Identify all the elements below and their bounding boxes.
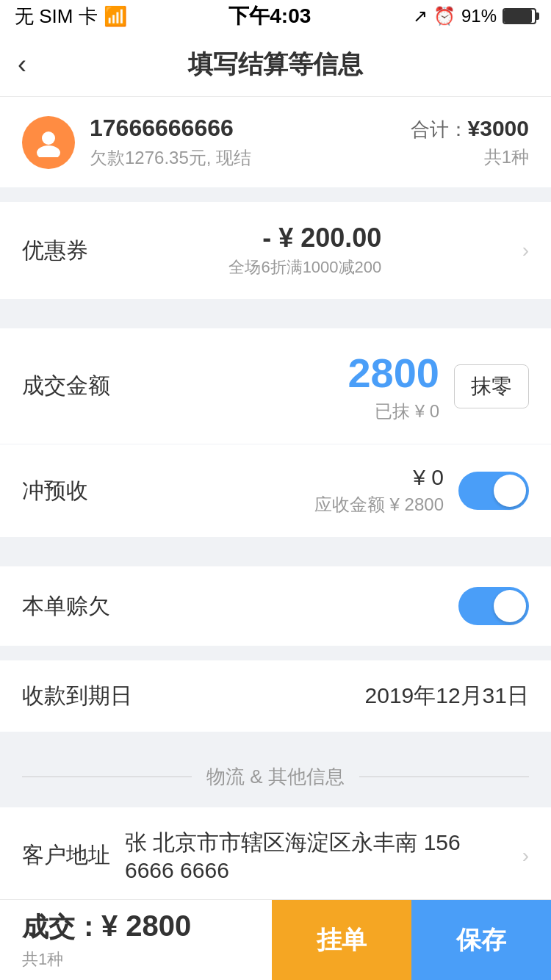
customer-row: 17666666666 欠款1276.35元, 现结 合计：¥3000 共1种: [0, 97, 551, 187]
address-chevron-icon: ›: [522, 844, 529, 868]
deal-amount-label: 成交金额: [22, 371, 110, 401]
form-section-duedate: 收款到期日 2019年12月31日: [0, 660, 551, 732]
deal-amount-sub: 已抹 ¥ 0: [347, 400, 439, 423]
due-date-label: 收款到期日: [22, 681, 132, 711]
logistics-section-label: 物流 & 其他信息: [206, 764, 345, 790]
alarm-icon: ⏰: [433, 6, 455, 26]
svg-point-0: [42, 131, 55, 145]
logistics-section-label-row: 物流 & 其他信息: [0, 746, 551, 807]
address-label: 客户地址: [22, 840, 110, 871]
bottom-count: 共1种: [22, 948, 250, 970]
due-date-value: 2019年12月31日: [365, 681, 529, 711]
deal-amount-right: 2800 已抹 ¥ 0 抹零: [347, 349, 529, 423]
due-date-row: 收款到期日 2019年12月31日: [0, 660, 551, 732]
hold-order-button[interactable]: 挂单: [272, 900, 411, 981]
coupon-right: - ¥ 200.00 全场6折满1000减200: [228, 223, 381, 278]
section-divider-top: [0, 314, 551, 328]
coupon-row[interactable]: 优惠券 - ¥ 200.00 全场6折满1000减200 ›: [0, 202, 551, 299]
nav-bar: ‹ 填写结算等信息: [0, 32, 551, 97]
battery-label: 91%: [461, 6, 497, 26]
svg-point-1: [37, 145, 60, 157]
credit-label: 本单赊欠: [22, 591, 110, 621]
form-section-deal: 成交金额 2800 已抹 ¥ 0 抹零 冲预收 ¥ 0 应收金额 ¥ 2800: [0, 328, 551, 537]
prepaid-label: 冲预收: [22, 476, 88, 506]
carrier-label: 无 SIM 卡: [15, 4, 98, 29]
wifi-icon: 📶: [104, 5, 127, 28]
back-button[interactable]: ‹: [18, 49, 26, 80]
total-label: 合计：¥3000: [411, 116, 529, 143]
customer-info: 17666666666 欠款1276.35元, 现结: [90, 115, 251, 170]
avatar: [22, 116, 75, 169]
form-section-credit: 本单赊欠: [0, 566, 551, 646]
save-button[interactable]: 保存: [411, 900, 551, 981]
deal-amount-value: 2800: [347, 349, 439, 397]
round-zero-button[interactable]: 抹零: [454, 364, 529, 408]
battery-icon: [503, 8, 536, 24]
bottom-bar: 成交：¥ 2800 共1种 挂单 保存: [0, 899, 551, 980]
customer-debt: 欠款1276.35元, 现结: [90, 146, 251, 170]
chevron-right-icon: ›: [522, 239, 529, 262]
status-bar: 无 SIM 卡 📶 下午4:03 ↗ ⏰ 91%: [0, 0, 551, 32]
prepaid-value-wrap: ¥ 0 应收金额 ¥ 2800: [314, 465, 444, 516]
location-icon: ↗: [413, 6, 428, 26]
prepaid-value: ¥ 0: [314, 465, 444, 490]
prepaid-right: ¥ 0 应收金额 ¥ 2800: [314, 465, 529, 516]
prepaid-toggle[interactable]: [458, 472, 529, 510]
customer-right: 合计：¥3000 共1种: [411, 116, 529, 169]
deal-amount-row: 成交金额 2800 已抹 ¥ 0 抹零: [0, 328, 551, 444]
address-value: 张 北京市市辖区海淀区永丰南 156 6666 6666: [125, 828, 514, 883]
credit-row: 本单赊欠: [0, 566, 551, 646]
page-title: 填写结算等信息: [188, 48, 363, 82]
credit-toggle[interactable]: [458, 587, 529, 625]
section-line-left: [22, 777, 192, 777]
content: 17666666666 欠款1276.35元, 现结 合计：¥3000 共1种 …: [0, 97, 551, 980]
total-count: 共1种: [411, 145, 529, 169]
prepaid-row: 冲预收 ¥ 0 应收金额 ¥ 2800: [0, 444, 551, 537]
bottom-summary: 成交：¥ 2800 共1种: [0, 909, 272, 970]
coupon-label: 优惠券: [22, 236, 88, 266]
status-left: 无 SIM 卡 📶: [15, 4, 127, 29]
bottom-deal-label: 成交：¥ 2800: [22, 909, 250, 945]
status-right: ↗ ⏰ 91%: [413, 6, 536, 26]
customer-phone: 17666666666: [90, 115, 251, 142]
address-row[interactable]: 客户地址 张 北京市市辖区海淀区永丰南 156 6666 6666 ›: [0, 807, 551, 904]
deal-amount-wrap: 2800 已抹 ¥ 0: [347, 349, 439, 423]
prepaid-sub: 应收金额 ¥ 2800: [314, 493, 444, 516]
coupon-amount: - ¥ 200.00: [228, 223, 381, 253]
coupon-desc: 全场6折满1000减200: [228, 256, 381, 278]
status-time: 下午4:03: [228, 2, 311, 30]
customer-left: 17666666666 欠款1276.35元, 现结: [22, 115, 251, 170]
section-line-right: [359, 777, 529, 777]
section-divider-mid: [0, 552, 551, 566]
